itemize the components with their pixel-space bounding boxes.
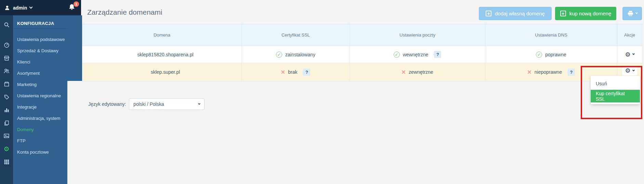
sidebar-item-konta-pocztowe[interactable]: Konta pocztowe — [13, 146, 67, 158]
sidebar-item-ustawienia-regionalne[interactable]: Ustawienia regionalne — [13, 90, 67, 101]
sidebar-item-asortyment[interactable]: Asortyment — [13, 68, 67, 79]
buy-new-domain-button[interactable]: + kup nową domenę — [555, 7, 616, 20]
print-menu-button[interactable] — [622, 7, 642, 20]
user-name: admin — [13, 5, 27, 11]
chevron-down-icon — [29, 5, 33, 9]
row-actions-button[interactable]: ⚙ — [625, 52, 634, 58]
sidebar-item-integracje[interactable]: Integracje — [13, 101, 67, 113]
gear-icon: ⚙ — [625, 68, 630, 74]
settings-gear-icon[interactable]: ⚙ — [0, 142, 13, 155]
column-header-akcje: Akcje — [617, 24, 642, 46]
media-icon[interactable] — [0, 129, 13, 142]
help-icon[interactable]: ? — [434, 51, 441, 58]
ssl-status-label: brak — [288, 69, 297, 75]
search-icon[interactable] — [0, 18, 13, 31]
chevron-down-icon — [198, 102, 200, 104]
sidebar-item-ftp[interactable]: FTP — [13, 135, 67, 146]
table-header-row: Domena Certyfikat SSL Ustawienia poczty … — [82, 24, 642, 46]
sidebar-item-ustawienia-podstawowe[interactable]: Ustawienia podstawowe — [13, 34, 67, 45]
add-own-domain-label: dodaj własną domenę — [495, 11, 545, 16]
chevron-down-icon — [632, 53, 635, 55]
ssl-status-cell: × brak ? — [242, 63, 350, 81]
ssl-status-label: zainstalowany — [285, 52, 315, 57]
dns-status-cell: ✓ poprawne — [485, 46, 617, 63]
printer-icon — [627, 10, 634, 17]
dropdown-item-kup-certyfikat-ssl[interactable]: Kup certyfikat SSL — [591, 90, 640, 102]
domain-cell: sklep.super.pl — [82, 63, 242, 81]
sidebar-section-title: KONFIGURACJA — [13, 15, 67, 29]
check-circle-icon: ✓ — [536, 52, 542, 58]
language-selected-value: polski / Polska — [133, 101, 164, 107]
sidebar-item-administracja-system[interactable]: Administracja, system — [13, 113, 67, 124]
chevron-down-icon — [635, 12, 638, 14]
check-circle-icon: ✓ — [394, 52, 400, 58]
sidebar-item-sprzedaz-dostawy[interactable]: Sprzedaż & Dostawy — [13, 45, 67, 56]
table-row-highlighted: sklep.super.pl × brak ? × zewnętrzne × n… — [82, 63, 642, 81]
mail-status-cell: × zewnętrzne — [350, 63, 485, 81]
mail-status-cell: ✓ wewnętrzne ? — [350, 46, 485, 63]
page-title: Zarządzanie domenami — [87, 8, 162, 16]
store-icon[interactable] — [0, 52, 13, 65]
column-header-ustawienia-dns: Ustawienia DNS — [485, 24, 617, 46]
actions-cell: ⚙ — [617, 46, 642, 63]
column-header-domena: Domena — [82, 24, 242, 46]
actions-dropdown: Usuń Kup certyfikat SSL — [591, 76, 640, 104]
buy-new-domain-label: kup nową domenę — [569, 11, 612, 16]
gear-icon: ⚙ — [625, 52, 630, 58]
sidebar-extension-panel — [67, 15, 82, 81]
price-tag-icon[interactable] — [0, 90, 13, 103]
notification-badge: 1 — [74, 1, 79, 7]
language-label: Język edytowany: — [88, 101, 126, 107]
customers-icon[interactable] — [0, 65, 13, 77]
cross-icon: × — [527, 69, 531, 75]
chevron-down-icon — [632, 69, 635, 71]
table-row: sklep815820.shoparena.pl ✓ zainstalowany… — [82, 46, 642, 63]
sidebar-menu: KONFIGURACJA Ustawienia podstawowe Sprze… — [13, 15, 67, 184]
cross-icon: × — [281, 69, 285, 75]
dropdown-item-usun[interactable]: Usuń — [591, 77, 640, 90]
domains-table: Domena Certyfikat SSL Ustawienia poczty … — [82, 24, 642, 81]
sidebar-item-marketing[interactable]: Marketing — [13, 79, 67, 90]
add-own-domain-button[interactable]: + dodaj własną domenę — [479, 7, 552, 20]
cross-icon: × — [402, 69, 406, 75]
documents-icon[interactable] — [0, 116, 13, 129]
language-select[interactable]: polski / Polska — [129, 98, 205, 110]
apps-grid-icon[interactable] — [0, 155, 13, 168]
plus-square-icon: + — [486, 11, 491, 16]
row-actions-button-open[interactable]: ⚙ — [622, 66, 637, 75]
dashboard-icon[interactable] — [0, 39, 13, 52]
ssl-status-cell: ✓ zainstalowany — [242, 46, 350, 63]
user-menu[interactable]: admin — [0, 5, 32, 11]
icon-rail: ⚙ — [0, 15, 13, 184]
statistics-icon[interactable] — [0, 103, 13, 116]
dns-status-label: niepoprawne — [535, 69, 562, 75]
user-icon — [4, 5, 10, 11]
column-header-certyfikat-ssl: Certyfikat SSL — [242, 24, 350, 46]
help-icon[interactable]: ? — [303, 69, 310, 76]
plus-square-icon: + — [560, 11, 566, 16]
mail-status-label: zewnętrzne — [409, 69, 433, 75]
sidebar-item-klienci[interactable]: Klienci — [13, 56, 67, 68]
sidebar-items: Ustawienia podstawowe Sprzedaż & Dostawy… — [13, 29, 67, 158]
help-icon[interactable]: ? — [568, 69, 575, 76]
column-header-ustawienia-poczty: Ustawienia poczty — [350, 24, 485, 46]
check-circle-icon: ✓ — [276, 52, 282, 58]
products-icon[interactable] — [0, 77, 13, 90]
sidebar-item-domeny[interactable]: Domeny — [13, 124, 67, 135]
topbar: admin 1 — [0, 0, 81, 15]
domain-cell: sklep815820.shoparena.pl — [82, 46, 242, 63]
dns-status-label: poprawne — [545, 52, 566, 57]
notifications-button[interactable]: 1 — [68, 3, 78, 14]
mail-status-label: wewnętrzne — [403, 52, 429, 57]
